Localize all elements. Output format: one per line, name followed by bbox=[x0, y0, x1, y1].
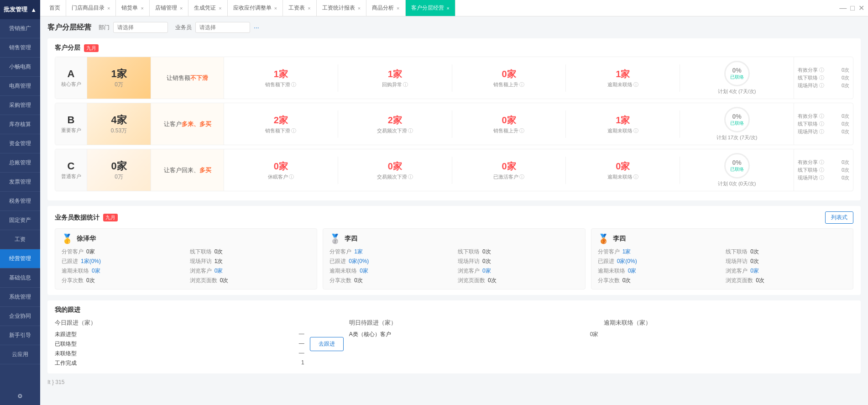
stat-block-B-1[interactable]: 2家交易频次下滑 ⓘ bbox=[338, 110, 452, 138]
sidebar-item-发票管理[interactable]: 发票管理 bbox=[0, 173, 40, 192]
stat-block-A-0[interactable]: 1家销售额下滑 ⓘ bbox=[224, 64, 338, 92]
tier-stats-B: 2家销售额下滑 ⓘ2家交易频次下滑 ⓘ0家销售额上升 ⓘ1家逾期未联络 ⓘ 0%… bbox=[224, 103, 794, 145]
more-icon[interactable]: ··· bbox=[254, 24, 259, 31]
tab-close-工资统计报表[interactable]: × bbox=[358, 5, 361, 11]
info-icon[interactable]: ⓘ bbox=[819, 167, 824, 173]
info-icon[interactable]: ⓘ bbox=[519, 81, 524, 88]
circle-block-A: 0% 已联络 计划 4次 (7天/次) bbox=[680, 57, 794, 99]
stat-label: 回购异常 ⓘ bbox=[382, 81, 408, 88]
agent-stat-value[interactable]: 0家 bbox=[360, 267, 368, 275]
agent-stat-value[interactable]: 1家 bbox=[354, 248, 363, 256]
sidebar-item-营销推广[interactable]: 营销推广 bbox=[0, 19, 40, 38]
tab-close-门店商品目录[interactable]: × bbox=[107, 5, 110, 11]
agent-stat-value[interactable]: 0家 bbox=[214, 267, 223, 275]
info-icon[interactable]: ⓘ bbox=[519, 174, 524, 180]
sidebar-item-系统管理[interactable]: 系统管理 bbox=[0, 288, 40, 307]
info-icon[interactable]: ⓘ bbox=[819, 67, 824, 73]
info-icon[interactable]: ⓘ bbox=[633, 174, 638, 180]
agent-stat-value[interactable]: 0家 bbox=[482, 267, 491, 275]
sidebar-item-销售管理[interactable]: 销售管理 bbox=[0, 38, 40, 58]
sidebar-item-总账管理[interactable]: 总账管理 bbox=[0, 153, 40, 173]
sidebar-item-电商管理[interactable]: 电商管理 bbox=[0, 77, 40, 96]
info-icon[interactable]: ⓘ bbox=[633, 127, 638, 134]
info-icon[interactable]: ⓘ bbox=[408, 127, 413, 134]
tab-商品分析[interactable]: 商品分析× bbox=[366, 0, 405, 16]
tab-close-商品分析[interactable]: × bbox=[397, 5, 399, 11]
info-icon[interactable]: ⓘ bbox=[519, 127, 524, 134]
info-icon[interactable]: ⓘ bbox=[819, 129, 824, 134]
sidebar-item-小畅电商[interactable]: 小畅电商 bbox=[0, 58, 40, 77]
info-icon[interactable]: ⓘ bbox=[819, 113, 824, 119]
stat-count: 0家 bbox=[616, 160, 630, 173]
tab-close-销货单[interactable]: × bbox=[141, 5, 143, 11]
dept-select[interactable] bbox=[113, 22, 168, 33]
agent-stat-value[interactable]: 1家 bbox=[622, 248, 631, 256]
info-icon[interactable]: ⓘ bbox=[819, 159, 824, 165]
info-icon[interactable]: ⓘ bbox=[408, 174, 413, 180]
sidebar-item-工资[interactable]: 工资 bbox=[0, 230, 40, 249]
tab-应收应付调整单[interactable]: 应收应付调整单× bbox=[228, 0, 283, 16]
go-followup-button[interactable]: 去跟进 bbox=[310, 337, 344, 351]
agent-stat-value[interactable]: 1家(0%) bbox=[81, 258, 101, 265]
agent-stat-value[interactable]: 0家 bbox=[92, 267, 100, 275]
tab-close-店铺管理[interactable]: × bbox=[180, 5, 183, 11]
tab-close-工资表[interactable]: × bbox=[308, 5, 310, 11]
sidebar-item-经营管理[interactable]: 经营管理 bbox=[0, 249, 40, 268]
tab-close-应收应付调整单[interactable]: × bbox=[274, 5, 277, 11]
sidebar-header[interactable]: 批发管理 ▲ bbox=[0, 0, 40, 19]
sidebar-item-基础信息[interactable]: 基础信息 bbox=[0, 268, 40, 288]
stat-block-A-3[interactable]: 1家逾期未联络 ⓘ bbox=[566, 64, 680, 92]
stat-block-C-2[interactable]: 0家已激活客户 ⓘ bbox=[452, 157, 566, 184]
tab-close-客户分层经营[interactable]: × bbox=[447, 5, 450, 11]
sidebar-item-采购管理[interactable]: 采购管理 bbox=[0, 96, 40, 115]
sidebar-item-新手引导[interactable]: 新手引导 bbox=[0, 326, 40, 345]
tab-店铺管理[interactable]: 店铺管理× bbox=[150, 0, 188, 16]
stat-block-B-0[interactable]: 2家销售额下滑 ⓘ bbox=[224, 110, 338, 138]
sidebar-item-税务管理[interactable]: 税务管理 bbox=[0, 192, 40, 211]
page-content: 客户分层经营 部门 业务员 ··· 客户分层 九月 A核心客户1家0万让销售额不… bbox=[40, 16, 868, 405]
settings-icon[interactable]: ⚙ bbox=[0, 387, 40, 405]
tab-工资表[interactable]: 工资表× bbox=[283, 0, 316, 16]
maximize-icon[interactable]: □ bbox=[850, 4, 855, 12]
circle-pct: 0% bbox=[732, 67, 741, 74]
stat-block-C-1[interactable]: 0家交易频次下滑 ⓘ bbox=[338, 157, 452, 184]
stat-block-A-2[interactable]: 0家销售额上升 ⓘ bbox=[452, 64, 566, 92]
stat-block-C-3[interactable]: 0家逾期未联络 ⓘ bbox=[566, 157, 680, 184]
sidebar-item-云应用[interactable]: 云应用 bbox=[0, 345, 40, 364]
sidebar-item-库存核算[interactable]: 库存核算 bbox=[0, 115, 40, 134]
tab-客户分层经营[interactable]: 客户分层经营× bbox=[406, 0, 455, 16]
tab-销货单[interactable]: 销货单× bbox=[116, 0, 149, 16]
info-icon[interactable]: ⓘ bbox=[819, 175, 824, 180]
stat-block-B-3[interactable]: 1家逾期未联络 ⓘ bbox=[566, 110, 680, 138]
info-icon[interactable]: ⓘ bbox=[633, 81, 638, 88]
tab-生成凭证[interactable]: 生成凭证× bbox=[188, 0, 227, 16]
today-followup-col: 今日跟进（家） 未跟进型—已联络型—未联络型—工作完成1 bbox=[55, 319, 304, 368]
minimize-icon[interactable]: — bbox=[839, 4, 847, 12]
info-icon[interactable]: ⓘ bbox=[819, 75, 824, 80]
agent-stat-value[interactable]: 0家(0%) bbox=[349, 258, 369, 265]
agent-select[interactable] bbox=[195, 22, 250, 33]
info-icon[interactable]: ⓘ bbox=[819, 83, 824, 88]
close-window-icon[interactable]: ✕ bbox=[858, 4, 864, 12]
stat-block-C-0[interactable]: 0家休眠客户 ⓘ bbox=[224, 157, 338, 184]
list-view-button[interactable]: 列表式 bbox=[825, 211, 853, 224]
sidebar-item-企业协同[interactable]: 企业协同 bbox=[0, 307, 40, 326]
sidebar-item-固定资产[interactable]: 固定资产 bbox=[0, 211, 40, 230]
info-icon[interactable]: ⓘ bbox=[291, 81, 296, 88]
stat-block-B-2[interactable]: 0家销售额上升 ⓘ bbox=[452, 110, 566, 138]
agent-stat-value[interactable]: 0家 bbox=[628, 267, 637, 275]
stat-block-A-1[interactable]: 1家回购异常 ⓘ bbox=[338, 64, 452, 92]
tab-close-生成凭证[interactable]: × bbox=[219, 5, 221, 11]
tab-门店商品目录[interactable]: 门店商品目录× bbox=[66, 0, 116, 16]
info-icon[interactable]: ⓘ bbox=[403, 81, 408, 88]
tab-首页[interactable]: 首页 bbox=[44, 0, 66, 16]
tab-工资统计报表[interactable]: 工资统计报表× bbox=[317, 0, 366, 16]
agent-stat-value[interactable]: 0家 bbox=[750, 267, 759, 275]
agent-stat-value[interactable]: 0家(0%) bbox=[617, 258, 637, 265]
sidebar-item-资金管理[interactable]: 资金管理 bbox=[0, 134, 40, 153]
info-icon[interactable]: ⓘ bbox=[291, 127, 296, 134]
side-stat-val: 0次 bbox=[842, 82, 849, 89]
info-icon[interactable]: ⓘ bbox=[289, 174, 294, 180]
agent-stat-label: 现场拜访 bbox=[190, 258, 212, 265]
info-icon[interactable]: ⓘ bbox=[819, 121, 824, 126]
